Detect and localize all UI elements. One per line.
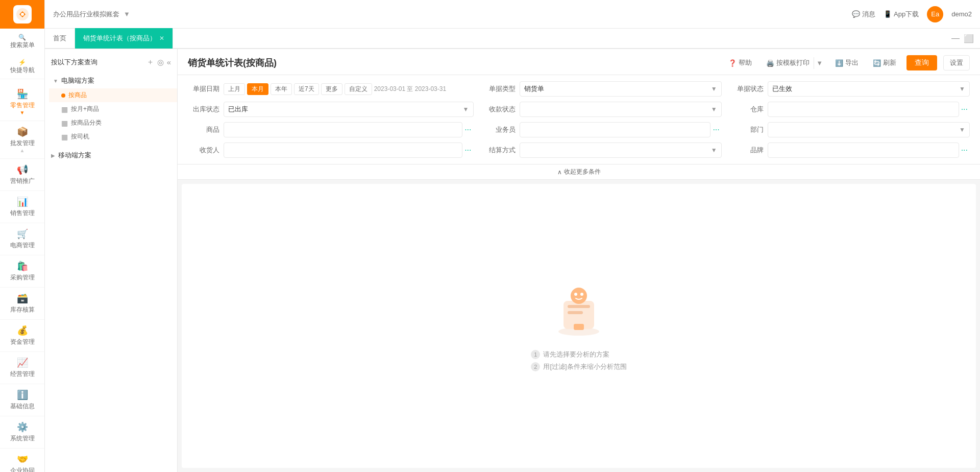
pc-scheme-items: 按商品 ▦ 按月+商品 ▦ 按商品分类 ▦ 按司机	[45, 88, 177, 144]
clerk-more-icon[interactable]: ···	[710, 125, 721, 134]
warehouse-input[interactable]	[768, 102, 959, 117]
receiptstatus-select[interactable]: ▼	[520, 102, 722, 117]
btn-custom-date[interactable]: 自定义	[345, 83, 372, 95]
template-print-main[interactable]: 🖨️ 按模板打印	[762, 56, 814, 69]
dept-select[interactable]: ▼	[768, 122, 970, 137]
content-area: 按以下方案查询 ＋ ◎ « ▼ 电脑端方案 按商品	[45, 49, 980, 472]
app-logo[interactable]	[0, 0, 44, 29]
collab-icon: 🤝	[17, 454, 28, 465]
collapse-bar[interactable]: ∧ 收起更多条件	[178, 164, 980, 180]
warehouse-more-icon[interactable]: ···	[959, 105, 970, 114]
tip-text-2: 用[过滤]条件来缩小分析范围	[543, 362, 626, 371]
query-btn[interactable]: 查询	[906, 55, 937, 70]
svg-rect-9	[574, 324, 584, 330]
payment-select[interactable]: ▼	[520, 143, 722, 158]
tab-close-icon[interactable]: ✕	[159, 35, 164, 42]
app-download-btn[interactable]: 📱 App下载	[884, 10, 919, 19]
scheme-by-goods[interactable]: 按商品	[49, 88, 177, 102]
tab-sales-stat[interactable]: 销货单统计表（按商品） ✕	[75, 28, 173, 49]
sidebar-item-inventory[interactable]: 🗃️ 库存核算	[0, 288, 44, 320]
scheme-by-category[interactable]: ▦ 按商品分类	[49, 116, 177, 130]
sidebar-item-wholesale[interactable]: 📦 批发管理 ▲	[0, 121, 44, 159]
basic-icon: ℹ️	[17, 389, 28, 400]
help-btn[interactable]: ❓ 帮助	[724, 56, 756, 69]
filter-receiptstatus-field: 收款状态 ▼	[484, 102, 722, 117]
main-area: 办公用品行业模拟账套 ▼ 💬 消息 📱 App下载 Ea demo2 首页 销货…	[45, 0, 980, 472]
date-range-text: 2023-03-01 至 2023-03-31	[374, 85, 446, 93]
mobile-scheme-header[interactable]: ▶ 移动端方案	[45, 148, 177, 163]
tip-text-1: 请先选择要分析的方案	[543, 350, 609, 359]
svg-rect-5	[568, 311, 583, 314]
goods-more-icon[interactable]: ···	[462, 125, 473, 134]
receiver-input[interactable]	[224, 143, 462, 158]
btn-more-date[interactable]: 更多	[321, 83, 342, 95]
export-btn[interactable]: ⬇️ 导出	[831, 56, 863, 69]
message-btn[interactable]: 💬 消息	[852, 10, 875, 19]
outstatus-select[interactable]: 已出库 ▼	[224, 102, 474, 117]
refresh-btn[interactable]: 🔄 刷新	[869, 56, 900, 69]
grid-icon3: ▦	[61, 133, 68, 141]
filter-dept-field: 部门 ▼	[732, 122, 970, 137]
tab-home[interactable]: 首页	[45, 28, 75, 49]
settings-btn[interactable]: 设置	[943, 55, 970, 70]
collapse-scheme-icon[interactable]: «	[167, 58, 171, 66]
sales-icon: 📊	[17, 196, 28, 207]
filter-receiver-field: 收货人 ···	[188, 143, 474, 158]
header-right: 💬 消息 📱 App下载 Ea demo2	[852, 6, 972, 22]
avatar[interactable]: Ea	[927, 6, 943, 22]
sidebar-item-sales[interactable]: 📊 销售管理	[0, 191, 44, 223]
sidebar-item-finance[interactable]: 💰 资金管理	[0, 320, 44, 352]
chevron-icon: ▼	[20, 110, 25, 115]
brand-more-icon[interactable]: ···	[959, 146, 970, 155]
filter-row-3: 商品 ··· 业务员 ··· 部门	[188, 122, 970, 137]
template-print-btn[interactable]: 🖨️ 按模板打印 ▼	[762, 56, 825, 69]
docstatus-chevron: ▼	[959, 85, 965, 92]
edit-scheme-icon[interactable]: ◎	[157, 58, 164, 67]
sidebar-item-purchase[interactable]: 🛍️ 采购管理	[0, 255, 44, 288]
filter-row-2: 出库状态 已出库 ▼ 收款状态 ▼	[188, 102, 970, 117]
outstatus-value: 已出库	[228, 105, 248, 114]
maximize-icon[interactable]: ⬜	[964, 34, 974, 43]
sidebar-search[interactable]: 🔍 搜索菜单	[0, 29, 44, 55]
svg-point-1	[21, 13, 24, 16]
refresh-icon: 🔄	[873, 59, 881, 67]
sidebar-item-basic[interactable]: ℹ️ 基础信息	[0, 384, 44, 416]
btn-this-year[interactable]: 本年	[271, 83, 292, 95]
doctype-chevron: ▼	[711, 85, 717, 92]
dropdown-arrow[interactable]: ▼	[124, 10, 130, 18]
sidebar-item-system[interactable]: ⚙️ 系统管理	[0, 416, 44, 449]
scheme-by-driver[interactable]: ▦ 按司机	[49, 130, 177, 144]
brand-input[interactable]	[768, 143, 959, 158]
chevron-icon2: ▲	[20, 148, 25, 153]
docstatus-select[interactable]: 已生效 ▼	[768, 81, 970, 97]
scheme-month-goods-label: 按月+商品	[71, 105, 99, 113]
receiver-more-icon[interactable]: ···	[462, 146, 473, 155]
page-header-actions: ❓ 帮助 🖨️ 按模板打印 ▼ ⬇️ 导出	[724, 55, 970, 70]
sidebar-quicknav[interactable]: ⚡ 快捷导航	[0, 55, 44, 79]
sidebar-item-collab[interactable]: 🤝 企业协同	[0, 449, 44, 472]
sidebar-item-retail[interactable]: 🏪 零售管理 ▼	[0, 83, 44, 121]
pc-scheme-header[interactable]: ▼ 电脑端方案	[45, 73, 177, 88]
page-header: 销货单统计表(按商品) ❓ 帮助 🖨️ 按模板打印 ▼ ⬇️	[178, 49, 980, 75]
minimize-icon[interactable]: —	[951, 34, 960, 43]
dot-icon	[61, 93, 65, 98]
add-scheme-icon[interactable]: ＋	[146, 57, 154, 67]
clerk-input[interactable]	[520, 122, 711, 137]
system-icon: ⚙️	[17, 421, 28, 433]
pc-scheme-label: 电脑端方案	[61, 76, 94, 85]
app-download-label: App下载	[894, 10, 919, 19]
svg-point-6	[571, 288, 587, 304]
btn-last-month[interactable]: 上月	[224, 83, 245, 95]
btn-this-month[interactable]: 本月	[247, 83, 268, 95]
tab-sales-stat-label: 销货单统计表（按商品）	[83, 34, 156, 43]
sidebar-item-management[interactable]: 📈 经营管理	[0, 352, 44, 384]
svg-rect-4	[568, 305, 590, 308]
template-print-arrow[interactable]: ▼	[814, 57, 825, 69]
doctype-select[interactable]: 销货单 ▼	[520, 81, 722, 97]
sidebar-item-marketing[interactable]: 📢 营销推广	[0, 159, 44, 191]
sidebar-item-ecommerce[interactable]: 🛒 电商管理	[0, 223, 44, 255]
tip-num-1: 1	[531, 350, 540, 359]
scheme-by-month-goods[interactable]: ▦ 按月+商品	[49, 102, 177, 116]
btn-last-7days[interactable]: 近7天	[294, 83, 319, 95]
goods-input[interactable]	[224, 122, 462, 137]
